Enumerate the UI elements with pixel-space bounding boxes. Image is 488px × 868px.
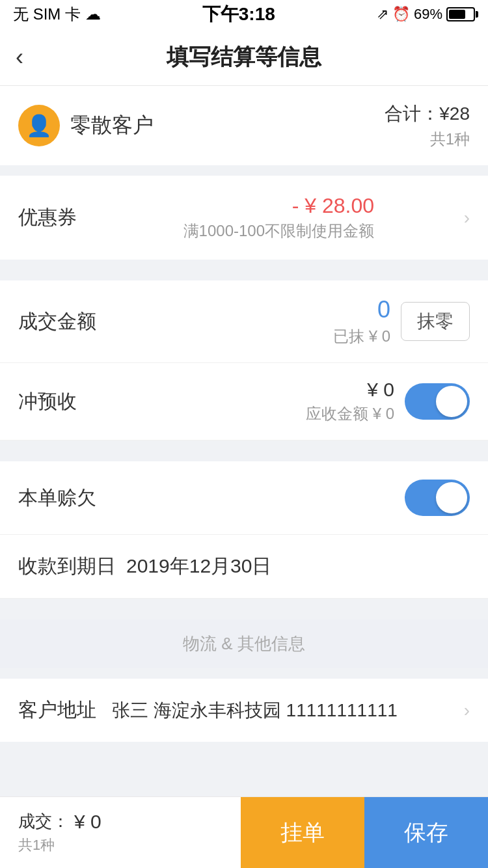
amount-sub: 已抹 ¥ 0 [333, 326, 390, 347]
alarm-icon: ⏰ [392, 6, 410, 23]
avatar: 👤 [18, 105, 60, 146]
bottom-transaction: 成交： ¥ 0 [18, 810, 223, 833]
nav-bar: ‹ 填写结算等信息 [0, 29, 488, 86]
address-chevron-icon: › [464, 700, 470, 721]
avatar-icon: 👤 [26, 113, 52, 138]
customer-right: 合计：¥28 共1种 [385, 102, 470, 150]
coupon-description: 满1000-100不限制使用金额 [183, 221, 374, 241]
amount-input[interactable]: 0 [333, 296, 390, 323]
toggle-knob [436, 386, 467, 417]
back-button[interactable]: ‹ [16, 44, 23, 71]
status-time: 下午3:18 [202, 2, 275, 27]
section-divider-4 [0, 668, 488, 679]
debt-section: 本单赊欠 收款到期日 2019年12月30日 [0, 461, 488, 599]
coupon-row[interactable]: 优惠券 - ¥ 28.00 满1000-100不限制使用金额 › [0, 176, 488, 260]
bottom-info: 成交： ¥ 0 共1种 [0, 810, 241, 855]
due-date-label: 收款到期日 [18, 553, 116, 580]
debt-toggle[interactable] [405, 480, 470, 516]
status-bar: 无 SIM 卡 ☁ 下午3:18 ⇗ ⏰ 69% [0, 0, 488, 29]
save-button[interactable]: 保存 [364, 797, 488, 869]
customer-total: 合计：¥28 [385, 102, 470, 126]
customer-name: 零散客户 [70, 111, 154, 140]
prepayment-right: ¥ 0 应收金额 ¥ 0 [96, 379, 470, 424]
customer-count: 共1种 [385, 129, 470, 150]
battery-percentage: 69% [414, 6, 442, 23]
section-divider-1 [0, 270, 488, 280]
bottom-count: 共1种 [18, 835, 223, 855]
logistics-section-label: 物流 & 其他信息 [0, 619, 488, 668]
prepayment-sub: 应收金额 ¥ 0 [306, 403, 394, 424]
address-row[interactable]: 客户地址 张三 海淀永丰科技园 11111111111 › [0, 679, 488, 742]
transaction-amount-row: 成交金额 0 已抹 ¥ 0 抹零 [0, 280, 488, 363]
round-off-button[interactable]: 抹零 [401, 302, 470, 341]
customer-row: 👤 零散客户 合计：¥28 共1种 [0, 86, 488, 165]
prepayment-toggle[interactable] [405, 383, 470, 420]
content: 👤 零散客户 合计：¥28 共1种 优惠券 - ¥ 28.00 满1000-10… [0, 86, 488, 830]
coupon-label: 优惠券 [18, 204, 96, 231]
chevron-right-icon: › [464, 208, 470, 228]
debt-label: 本单赊欠 [18, 485, 96, 511]
bottom-bar: 成交： ¥ 0 共1种 挂单 保存 [0, 796, 488, 868]
prepayment-col: ¥ 0 应收金额 ¥ 0 [306, 379, 394, 424]
section-divider-2 [0, 451, 488, 461]
address-section: 客户地址 张三 海淀永丰科技园 11111111111 › [0, 679, 488, 742]
amount-col: 0 已抹 ¥ 0 [333, 296, 390, 347]
status-left: 无 SIM 卡 ☁ [13, 4, 101, 25]
amount-section: 成交金额 0 已抹 ¥ 0 抹零 冲预收 ¥ 0 应收金额 ¥ 0 [0, 280, 488, 441]
status-right: ⇗ ⏰ 69% [377, 6, 475, 23]
debt-row: 本单赊欠 [0, 461, 488, 535]
coupon-right: - ¥ 28.00 满1000-100不限制使用金额 [183, 194, 374, 241]
debt-toggle-knob [436, 482, 467, 513]
bottom-transaction-label: 成交： [18, 810, 69, 833]
customer-left: 👤 零散客户 [18, 105, 154, 146]
prepayment-value: ¥ 0 [306, 379, 394, 401]
address-value: 张三 海淀永丰科技园 11111111111 [112, 698, 461, 723]
prepayment-label: 冲预收 [18, 388, 96, 415]
pending-button[interactable]: 挂单 [241, 797, 364, 869]
coupon-discount: - ¥ 28.00 [183, 194, 374, 218]
battery-icon [446, 7, 475, 21]
sim-status: 无 SIM 卡 ☁ [13, 4, 101, 25]
bottom-transaction-amount: ¥ 0 [74, 811, 102, 833]
coupon-section: 优惠券 - ¥ 28.00 满1000-100不限制使用金额 › [0, 176, 488, 260]
address-label: 客户地址 [18, 697, 96, 724]
page-title: 填写结算等信息 [167, 42, 321, 72]
section-divider-3 [0, 609, 488, 619]
due-date-row: 收款到期日 2019年12月30日 [0, 535, 488, 599]
transaction-label: 成交金额 [18, 308, 96, 335]
transaction-right: 0 已抹 ¥ 0 抹零 [96, 296, 470, 347]
prepayment-row: 冲预收 ¥ 0 应收金额 ¥ 0 [0, 363, 488, 441]
debt-right [96, 480, 470, 516]
due-date-value: 2019年12月30日 [126, 553, 271, 580]
location-icon: ⇗ [377, 6, 388, 23]
